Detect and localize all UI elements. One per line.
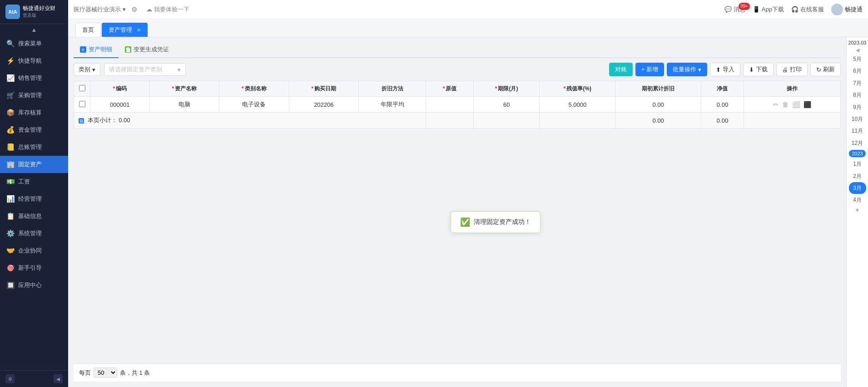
sidebar-item-sales[interactable]: 📈 销售管理 bbox=[0, 69, 68, 87]
calendar-scroll-down[interactable]: ▼ bbox=[854, 206, 861, 214]
sidebar-item-label: 总账管理 bbox=[18, 143, 42, 151]
row-net-value: 0.00 bbox=[701, 97, 744, 113]
sidebar-item-ops[interactable]: 📊 经营管理 bbox=[0, 190, 68, 208]
sidebar-item-search[interactable]: 🔍 搜索菜单 bbox=[0, 35, 68, 52]
reconcile-label: 对账 bbox=[615, 65, 627, 74]
tab-asset-mgmt[interactable]: 资产管理 ✕ bbox=[102, 23, 148, 37]
import-button[interactable]: ⬆ 导入 bbox=[710, 63, 740, 76]
subtotal-label-cell: ▤ 本页小计： 0.00 bbox=[74, 113, 426, 129]
sidebar-logo: AtA 畅捷通好业财 普及版 bbox=[0, 0, 68, 24]
sidebar-item-apps[interactable]: 🔲 应用中心 bbox=[0, 277, 68, 294]
cal-month-11[interactable]: 11月 bbox=[849, 125, 866, 137]
sidebar-collapse-icon[interactable]: ◀ bbox=[54, 374, 63, 383]
import-icon: ⬆ bbox=[716, 66, 721, 73]
new-button[interactable]: + 新增 bbox=[635, 63, 664, 76]
sidebar-item-purchase[interactable]: 🛒 采购管理 bbox=[0, 87, 68, 104]
sub-tab-asset-detail-label: 资产明细 bbox=[89, 45, 112, 54]
cal-month-1[interactable]: 1月 bbox=[849, 158, 866, 170]
cal-month-2[interactable]: 2月 bbox=[849, 170, 866, 182]
cal-month-9[interactable]: 9月 bbox=[849, 101, 866, 113]
select-all-checkbox[interactable] bbox=[79, 85, 85, 91]
sidebar-item-ledger[interactable]: 📒 总账管理 bbox=[0, 139, 68, 156]
cal-month-5[interactable]: 5月 bbox=[849, 53, 866, 65]
sidebar-scroll-up[interactable]: ▲ bbox=[30, 25, 39, 34]
settings-gear-icon[interactable]: ⚙ bbox=[131, 5, 137, 14]
refresh-button[interactable]: ↻ 刷新 bbox=[810, 63, 841, 76]
row-code: 000001 bbox=[90, 97, 150, 113]
row-checkbox[interactable] bbox=[79, 101, 85, 107]
calendar-toggle[interactable]: ◀ bbox=[856, 47, 859, 53]
calendar-header: 2023.03 bbox=[848, 38, 868, 47]
subtotal-residual-cell bbox=[540, 113, 615, 129]
subtotal-period-cell bbox=[473, 113, 539, 129]
experience-icon: ☁ bbox=[146, 6, 152, 13]
import-label: 导入 bbox=[723, 65, 734, 74]
row-name: 电脑 bbox=[149, 97, 219, 113]
cal-month-12[interactable]: 12月 bbox=[849, 137, 866, 149]
company-selector[interactable]: 医疗器械行业演示 ▾ bbox=[74, 5, 126, 14]
category-filter[interactable]: 类别 ▾ bbox=[74, 63, 100, 76]
calendar-year-badge: 2023 bbox=[849, 150, 865, 157]
cal-month-7[interactable]: 7月 bbox=[849, 77, 866, 89]
download-icon: ⬇ bbox=[749, 66, 754, 73]
sidebar-item-fixed-assets[interactable]: 🏢 固定资产 bbox=[0, 156, 68, 173]
sidebar-item-label: 固定资产 bbox=[18, 160, 42, 169]
message-icon: 💬 bbox=[724, 6, 732, 13]
inventory-icon: 📦 bbox=[6, 109, 15, 117]
sidebar-item-label: 快捷导航 bbox=[18, 57, 42, 65]
tab-home[interactable]: 首页 bbox=[75, 23, 101, 37]
lightning-icon: ⚡ bbox=[6, 57, 15, 65]
per-page-select[interactable]: 50 10 20 100 bbox=[94, 367, 117, 378]
print-button[interactable]: 🖨 打印 bbox=[776, 63, 808, 76]
sidebar-item-payroll[interactable]: 💵 工资 bbox=[0, 173, 68, 190]
sub-tabs: ≡ 资产明细 📄 变更生成凭证 bbox=[74, 43, 841, 58]
th-depreciation-method: 折旧方法 bbox=[359, 81, 426, 97]
sidebar-item-guide[interactable]: 🎯 新手引导 bbox=[0, 259, 68, 277]
sidebar-settings-icon[interactable]: ⚙ bbox=[5, 374, 15, 383]
th-residual-rate: *残值率(%) bbox=[540, 81, 615, 97]
sidebar-item-basic-info[interactable]: 📋 基础信息 bbox=[0, 208, 68, 225]
tab-close-icon[interactable]: ✕ bbox=[137, 27, 141, 33]
th-code: *编码 bbox=[90, 81, 150, 97]
sidebar-item-inventory[interactable]: 📦 库存核算 bbox=[0, 104, 68, 121]
delete-icon[interactable]: 🗑 bbox=[782, 101, 789, 108]
cal-month-3[interactable]: 3月 bbox=[849, 182, 866, 194]
cal-month-8[interactable]: 8月 bbox=[849, 89, 866, 101]
download-label: 下载 bbox=[756, 65, 768, 74]
download-button[interactable]: ⬇ 下载 bbox=[743, 63, 774, 76]
reconcile-button[interactable]: 对账 bbox=[609, 63, 633, 76]
asset-table-container: *编码 *资产名称 *类别名称 *购买日期 折旧方法 *原值 *期限(月) *残… bbox=[74, 81, 841, 363]
sidebar-item-label: 应用中心 bbox=[18, 281, 42, 289]
sidebar-item-label: 基础信息 bbox=[18, 212, 42, 220]
sidebar-item-label: 搜索菜单 bbox=[18, 40, 42, 48]
sidebar-item-quick-nav[interactable]: ⚡ 快捷导航 bbox=[0, 52, 68, 69]
cal-month-10[interactable]: 10月 bbox=[849, 113, 866, 125]
user-profile[interactable]: 畅捷通 bbox=[831, 4, 863, 15]
app-download-button[interactable]: 📱 App下载 bbox=[753, 5, 784, 14]
subtotal-net-cell: 0.00 bbox=[701, 113, 744, 129]
sub-tab-asset-detail[interactable]: ≡ 资产明细 bbox=[74, 43, 119, 58]
toolbar-right: 对账 + 新增 批量操作 ▾ ⬆ 导入 ⬇ 下载 bbox=[609, 63, 841, 76]
table-row: 000001 电脑 电子设备 202206 年限平均 60 5.0000 0.0… bbox=[74, 97, 841, 113]
edit-icon[interactable]: ✏ bbox=[773, 101, 779, 108]
success-toast: ✅ 清理固定资产成功！ bbox=[451, 211, 541, 233]
copy-icon[interactable]: ⬜ bbox=[792, 101, 800, 108]
experience-button[interactable]: ☁ 我要体验一下 bbox=[146, 5, 189, 14]
sub-tab-change-voucher-label: 变更生成凭证 bbox=[134, 45, 169, 54]
sidebar-item-sys[interactable]: ⚙️ 系统管理 bbox=[0, 225, 68, 242]
cal-month-6[interactable]: 6月 bbox=[849, 65, 866, 77]
more-icon[interactable]: ⬛ bbox=[804, 101, 811, 108]
sidebar-item-company[interactable]: 🤝 企业协同 bbox=[0, 242, 68, 259]
message-button[interactable]: 💬 消息 99+ bbox=[724, 5, 745, 14]
sub-tab-change-voucher[interactable]: 📄 变更生成凭证 bbox=[119, 43, 175, 58]
sidebar-item-label: 经营管理 bbox=[18, 195, 42, 203]
sidebar-item-label: 企业协同 bbox=[18, 247, 42, 255]
sidebar-item-funds[interactable]: 💰 资金管理 bbox=[0, 121, 68, 139]
cal-month-4[interactable]: 4月 bbox=[849, 194, 866, 206]
category-input[interactable]: 请选择固定资产类别 ▾ bbox=[104, 63, 186, 76]
batch-button[interactable]: 批量操作 ▾ bbox=[667, 63, 707, 76]
tab-home-label: 首页 bbox=[82, 26, 94, 33]
subtotal-icon: ▤ bbox=[79, 118, 84, 124]
online-service-button[interactable]: 🎧 在线客服 bbox=[791, 5, 824, 14]
tab-asset-mgmt-label: 资产管理 bbox=[109, 26, 132, 33]
